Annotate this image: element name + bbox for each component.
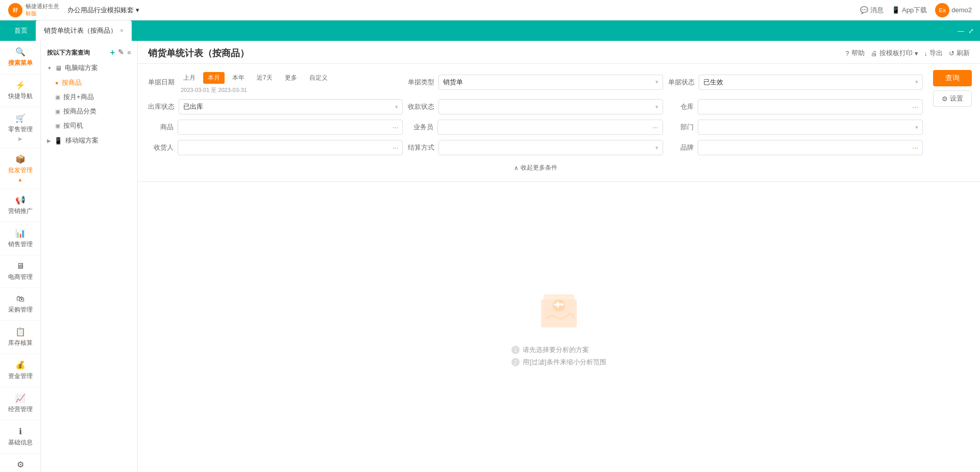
wholesale-icon: 📦 <box>15 154 26 164</box>
message-button[interactable]: 💬 消息 <box>860 6 884 15</box>
sidebar-item-search-menu[interactable]: 🔍 搜索菜单 <box>0 41 40 74</box>
doc-type-caret-icon: ▾ <box>655 79 658 85</box>
logo-area: 好 畅捷通好生意 标版 <box>8 3 59 17</box>
sidebar-item-inventory[interactable]: 📋 库存核算 <box>0 321 40 354</box>
warehouse-status-filter-item: 出库状态 已出库 ▾ <box>148 99 403 114</box>
scheme-child-by-month-product[interactable]: ▣ 按月+商品 <box>41 90 137 104</box>
department-control: ▾ <box>698 120 923 135</box>
sidebar-item-ecommerce[interactable]: 🖥 电商管理 <box>0 255 40 288</box>
refresh-button[interactable]: ↺ 刷新 <box>949 49 970 58</box>
doc-status-caret-icon: ▾ <box>915 79 918 85</box>
scheme-child-by-category[interactable]: ▣ 按商品分类 <box>41 104 137 119</box>
doc-type-select[interactable]: 销货单 ▾ <box>438 75 663 90</box>
query-button[interactable]: 查询 <box>933 70 972 86</box>
page-actions: ? 帮助 🖨 按模板打印 ▾ ↓ 导出 ↺ 刷新 <box>845 49 970 58</box>
warehouse-status-select[interactable]: 已出库 ▾ <box>179 99 403 114</box>
warehouse-control: ··· <box>698 99 923 114</box>
basic-info-icon: ℹ <box>19 427 22 436</box>
add-scheme-button[interactable]: + <box>110 48 115 57</box>
filter-row-1: 单据日期 上月 本月 本年 近7天 更多 自定义 20 <box>148 70 923 94</box>
department-select[interactable]: ▾ <box>698 120 923 135</box>
brand-input[interactable]: ··· <box>698 140 923 155</box>
brand-label: 品牌 <box>668 143 694 152</box>
message-icon: 💬 <box>860 6 868 14</box>
chevron-down-icon: ▾ <box>136 6 139 14</box>
doc-status-select[interactable]: 已生效 ▾ <box>699 75 923 90</box>
operations-icon: 📈 <box>15 393 26 403</box>
user-profile[interactable]: Ea demo2 <box>935 3 972 17</box>
system-icon: ⚙ <box>17 460 24 469</box>
logo-text: 畅捷通好生意 标版 <box>26 3 59 16</box>
date-btn-this-month[interactable]: 本月 <box>203 72 225 84</box>
chevron-right-icon: ▶ <box>18 136 22 141</box>
filter-actions: 查询 ⚙ 设置 <box>933 64 980 181</box>
main-panel: 销货单统计表（按商品） ? 帮助 🖨 按模板打印 ▾ ↓ 导出 <box>138 41 980 472</box>
date-btn-this-year[interactable]: 本年 <box>228 72 249 84</box>
app-selector[interactable]: 办公用品行业模拟账套 ▾ <box>63 6 143 15</box>
tab-sales-stats[interactable]: 销货单统计表（按商品） × <box>36 20 132 41</box>
scheme-tree: ▼ 🖥 电脑端方案 ● 按商品 ▣ 按月+商品 ▣ 按商品分类 ▣ <box>41 60 137 148</box>
minimize-icon: — <box>958 27 964 35</box>
product-label: 商品 <box>148 123 174 132</box>
salesman-label: 业务员 <box>408 123 433 132</box>
salesman-input[interactable]: ··· <box>437 120 663 135</box>
main-layout: 🔍 搜索菜单 ⚡ 快捷导航 🛒 零售管理 ▶ 📦 批发管理 ▲ 📢 营销推广 📊… <box>0 41 980 472</box>
purchase-icon: 🛍 <box>16 294 24 303</box>
doc-status-control: 已生效 ▾ <box>699 75 923 90</box>
date-quick-buttons: 上月 本月 本年 近7天 更多 自定义 <box>179 70 403 85</box>
app-download-button[interactable]: 📱 App下载 <box>892 6 927 15</box>
topbar-left: 好 畅捷通好生意 标版 办公用品行业模拟账套 ▾ <box>8 3 143 17</box>
filter-row-3: 商品 ··· 业务员 <box>148 120 923 135</box>
tab-home[interactable]: 首页 <box>6 20 36 41</box>
sidebar-item-operations[interactable]: 📈 经营管理 <box>0 387 40 420</box>
help-button[interactable]: ? 帮助 <box>845 49 864 58</box>
sidebar-item-wholesale[interactable]: 📦 批发管理 ▲ <box>0 148 40 189</box>
settlement-select[interactable]: ▾ <box>438 140 663 155</box>
sidebar-item-system[interactable]: ⚙ 系统管理 <box>0 454 40 472</box>
sidebar-item-purchase[interactable]: 🛍 采购管理 <box>0 288 40 321</box>
scheme-panel-header: 按以下方案查询 + ✎ « <box>41 45 137 60</box>
export-button[interactable]: ↓ 导出 <box>924 49 943 58</box>
cashier-icon: ▣ <box>55 123 60 129</box>
mobile-scheme-node[interactable]: ▶ 📱 移动端方案 <box>41 133 137 148</box>
sidebar-item-retail[interactable]: 🛒 零售管理 ▶ <box>0 107 40 148</box>
tab-close-icon[interactable]: × <box>120 27 124 34</box>
tab-expand[interactable]: — ⤢ <box>958 27 974 35</box>
recipient-input[interactable]: ··· <box>178 140 403 155</box>
date-btn-last-month[interactable]: 上月 <box>179 72 200 84</box>
collapse-more-button[interactable]: ∧ 收起更多条件 <box>148 160 923 175</box>
filter-wrapper: 单据日期 上月 本月 本年 近7天 更多 自定义 20 <box>138 64 980 182</box>
chevron-up-icon: ▲ <box>18 177 23 182</box>
salesman-filter-item: 业务员 ··· <box>408 120 663 135</box>
date-btn-7days[interactable]: 近7天 <box>252 72 277 84</box>
page-header: 销货单统计表（按商品） ? 帮助 🖨 按模板打印 ▾ ↓ 导出 <box>138 41 980 64</box>
brand-control: ··· <box>698 140 923 155</box>
collapse-scheme-panel-button[interactable]: « <box>127 48 131 57</box>
date-filter-control: 上月 本月 本年 近7天 更多 自定义 2023-03-01 至 2023-03… <box>179 70 403 94</box>
search-icon: 🔍 <box>15 47 26 57</box>
empty-tip-2: 2 用[过滤]条件来缩小分析范围 <box>511 358 606 367</box>
sidebar-item-sales[interactable]: 📊 销售管理 <box>0 222 40 255</box>
warehouse-label: 仓库 <box>668 102 694 111</box>
avatar: Ea <box>935 3 949 17</box>
scheme-child-by-product[interactable]: ● 按商品 <box>41 76 137 90</box>
doc-status-filter-item: 单据状态 已生效 ▾ <box>668 70 923 94</box>
pc-scheme-node[interactable]: ▼ 🖥 电脑端方案 <box>41 60 137 76</box>
print-button[interactable]: 🖨 按模板打印 ▾ <box>871 49 918 58</box>
date-btn-custom[interactable]: 自定义 <box>305 72 332 84</box>
receipt-status-select[interactable]: ▾ <box>438 99 663 114</box>
date-btn-more[interactable]: 更多 <box>280 72 302 84</box>
sidebar-item-finance[interactable]: 💰 资金管理 <box>0 354 40 387</box>
empty-illustration <box>528 284 590 335</box>
warehouse-input[interactable]: ··· <box>698 99 923 114</box>
sidebar-item-marketing[interactable]: 📢 营销推广 <box>0 189 40 222</box>
sidebar-item-basic-info[interactable]: ℹ 基础信息 <box>0 420 40 454</box>
empty-tips: 1 请先选择要分析的方案 2 用[过滤]条件来缩小分析范围 <box>511 345 606 370</box>
settings-button[interactable]: ⚙ 设置 <box>933 90 972 107</box>
product-input[interactable]: ··· <box>178 120 403 135</box>
edit-scheme-button[interactable]: ✎ <box>118 48 124 57</box>
scheme-child-by-cashier[interactable]: ▣ 按司机 <box>41 119 137 133</box>
settings-icon: ⚙ <box>942 95 948 103</box>
maximize-icon: ⤢ <box>968 27 974 35</box>
sidebar-item-quick-nav[interactable]: ⚡ 快捷导航 <box>0 74 40 107</box>
